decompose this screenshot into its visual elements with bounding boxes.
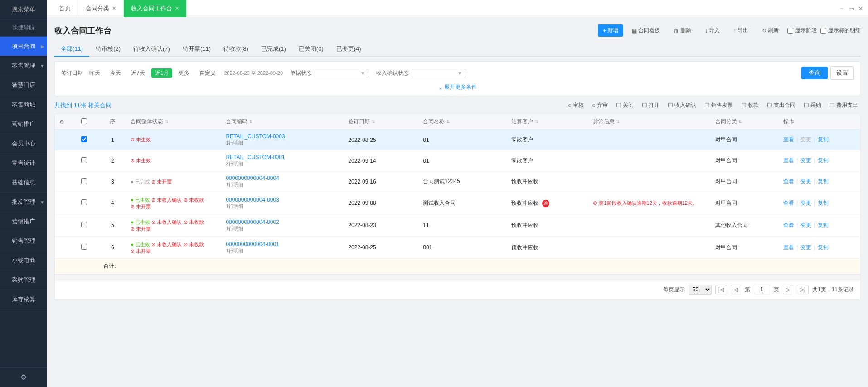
query-button[interactable]: 查询	[801, 67, 828, 79]
col-customer-header[interactable]: 结算客户 ⇅	[507, 114, 588, 130]
tab-contract-cat-close[interactable]: ✕	[112, 5, 116, 11]
op-view[interactable]: 查看	[783, 157, 794, 164]
filter-option-today[interactable]: 今天	[107, 68, 125, 78]
sidebar-search[interactable]: 搜索菜单	[0, 0, 47, 19]
action-print[interactable]: ☐ 打开	[639, 101, 662, 110]
table-scrollbar[interactable]	[55, 274, 860, 280]
row-checkbox[interactable]	[81, 244, 87, 250]
action-abandon[interactable]: ○ 弃审	[589, 101, 611, 110]
filter-tab-pending-invoice[interactable]: 待开票(11)	[176, 42, 217, 57]
cell-check[interactable]	[77, 237, 99, 259]
op-copy[interactable]: 复制	[818, 222, 829, 228]
cell-check[interactable]	[77, 214, 99, 237]
filter-tab-completed[interactable]: 已完成(1)	[255, 42, 292, 57]
filter-tab-all[interactable]: 全部(11)	[54, 42, 89, 57]
sidebar-item-member[interactable]: 会员中心	[0, 134, 47, 154]
income-confirm-select[interactable]: ▼	[412, 69, 466, 77]
filter-tab-pending-payment[interactable]: 待收款(8)	[217, 42, 255, 57]
sidebar-item-inventory[interactable]: 库存核算	[0, 290, 47, 310]
col-check-header[interactable]	[77, 114, 99, 130]
action-sales-invoice[interactable]: ☐ 销售发票	[702, 101, 736, 110]
sidebar-settings[interactable]: ⚙	[0, 367, 47, 387]
col-exception-header[interactable]: 异常信息 ⇅	[588, 114, 711, 130]
expand-filter-btn[interactable]: ⌄ 展开更多条件	[438, 83, 477, 91]
setting-button[interactable]: 设置	[830, 66, 854, 80]
doc-status-select[interactable]: ▼	[315, 69, 369, 77]
last-page-btn[interactable]: ▷|	[797, 285, 809, 294]
tab-income-workbench[interactable]: 收入合同工作台 ✕	[124, 0, 187, 17]
op-view[interactable]: 查看	[783, 222, 794, 228]
page-input[interactable]	[754, 285, 770, 294]
sidebar-item-wholesale[interactable]: 批发管理 ▼	[0, 193, 47, 212]
row-checkbox[interactable]	[81, 199, 87, 205]
show-detail-checkbox[interactable]: 显示标的明细	[820, 27, 861, 34]
tab-home[interactable]: 首页	[52, 0, 78, 17]
col-status-header[interactable]: 合同整体状态 ⇅	[126, 114, 221, 130]
contract-code-link[interactable]: 0000000000004-0003	[226, 197, 279, 203]
op-copy[interactable]: 复制	[818, 244, 829, 251]
sidebar-item-retail2[interactable]: 零售商城	[0, 95, 47, 115]
filter-option-custom[interactable]: 自定义	[196, 68, 219, 78]
sidebar-item-marketing2[interactable]: 营销推广	[0, 212, 47, 232]
next-page-btn[interactable]: ▷	[783, 285, 793, 294]
filter-tab-pending-confirm[interactable]: 待收入确认(7)	[127, 42, 176, 57]
contract-code-link[interactable]: RETAIL_CUSTOM-0001	[226, 154, 285, 160]
sidebar-item-stats[interactable]: 零售统计	[0, 154, 47, 173]
export-button[interactable]: ↑ 导出	[728, 24, 753, 37]
sidebar-item-purchase[interactable]: 采购管理	[0, 271, 47, 290]
filter-tab-changed[interactable]: 已变更(4)	[330, 42, 368, 57]
prev-page-btn[interactable]: ◁	[731, 285, 741, 294]
filter-option-1month[interactable]: 近1月	[151, 68, 173, 78]
filter-tab-pending-review[interactable]: 待审核(2)	[89, 42, 127, 57]
action-expense[interactable]: ☐ 费用支出	[827, 101, 861, 110]
delete-button[interactable]: 🗑 删除	[669, 24, 696, 37]
contract-code-link[interactable]: 0000000000004-0002	[226, 219, 279, 225]
action-purchase[interactable]: ☐ 采购	[801, 101, 824, 110]
sidebar-item-basic[interactable]: 基础信息	[0, 173, 47, 193]
op-change[interactable]: 变更	[800, 157, 811, 164]
show-segment-checkbox[interactable]: 显示阶段	[787, 27, 817, 34]
filter-option-more[interactable]: 更多	[175, 68, 193, 78]
row-checkbox[interactable]	[81, 136, 87, 142]
op-view[interactable]: 查看	[783, 200, 794, 206]
filter-option-yesterday[interactable]: 昨天	[86, 68, 104, 78]
cell-check[interactable]	[77, 171, 99, 192]
op-change[interactable]: 变更	[800, 200, 811, 206]
op-change[interactable]: 变更	[800, 244, 811, 251]
close-icon[interactable]: ✕	[858, 5, 863, 12]
restore-icon[interactable]: ▭	[849, 5, 854, 12]
refresh-button[interactable]: ↻ 刷新	[757, 24, 784, 37]
op-view[interactable]: 查看	[783, 244, 794, 251]
cell-check[interactable]	[77, 150, 99, 171]
row-checkbox[interactable]	[81, 157, 87, 163]
action-pay-contract[interactable]: ☐ 支出合同	[764, 101, 798, 110]
tab-income-workbench-close[interactable]: ✕	[175, 5, 179, 11]
col-category-header[interactable]: 合同分类 ⇅	[711, 114, 779, 130]
minus-icon[interactable]: －	[839, 5, 845, 13]
contract-code-link[interactable]: 0000000000004-0004	[226, 175, 279, 181]
op-change[interactable]: 变更	[800, 136, 811, 143]
op-change[interactable]: 变更	[800, 222, 811, 228]
cell-check[interactable]	[77, 192, 99, 214]
op-copy[interactable]: 复制	[818, 200, 829, 206]
op-change[interactable]: 变更	[800, 178, 811, 184]
action-review[interactable]: ○ 审核	[565, 101, 587, 110]
row-checkbox[interactable]	[81, 178, 87, 184]
col-date-header[interactable]: 签订日期 ⇅	[344, 114, 418, 130]
op-copy[interactable]: 复制	[818, 157, 829, 164]
contract-code-link[interactable]: RETAIL_CUSTOM-0003	[226, 133, 285, 140]
first-page-btn[interactable]: |◁	[715, 285, 727, 294]
filter-option-7days[interactable]: 近7天	[127, 68, 149, 78]
kanban-button[interactable]: ▦ 合同看板	[627, 24, 665, 37]
op-view[interactable]: 查看	[783, 136, 794, 143]
tab-contract-cat[interactable]: 合同分类 ✕	[78, 0, 124, 17]
action-receive[interactable]: ☐ 收款	[738, 101, 761, 110]
op-view[interactable]: 查看	[783, 178, 794, 184]
show-detail-input[interactable]	[820, 28, 826, 34]
sidebar-item-sales[interactable]: 销售管理	[0, 232, 47, 251]
sidebar-nav[interactable]: 快捷导航	[0, 19, 47, 37]
sidebar-item-ecommerce[interactable]: 小畅电商	[0, 251, 47, 271]
op-copy[interactable]: 复制	[818, 178, 829, 184]
filter-tab-closed[interactable]: 已关闭(0)	[292, 42, 330, 57]
page-size-select[interactable]: 50 10 20 100	[689, 285, 712, 295]
